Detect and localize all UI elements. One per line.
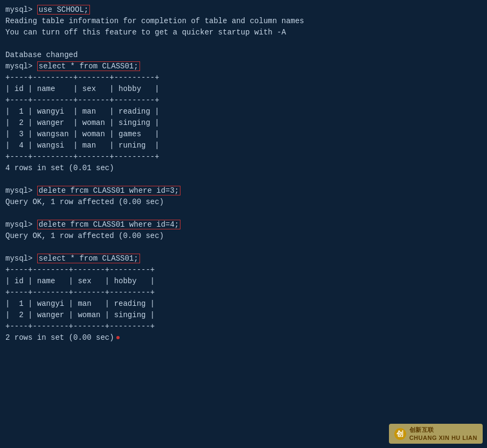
prompt-line: mysql> select * from CLASS01; (5, 253, 482, 264)
terminal-line: +----+---------+-------+---------+ (5, 95, 482, 106)
empty-line (5, 242, 482, 253)
prompt-label: mysql> (5, 5, 37, 14)
prompt-line: mysql> select * from CLASS01; (5, 61, 482, 72)
terminal-line: You can turn off this feature to get a q… (5, 27, 482, 38)
terminal-line: Query OK, 1 row affected (0.00 sec) (5, 197, 482, 208)
terminal-line: Query OK, 1 row affected (0.00 sec) (5, 230, 482, 242)
watermark-text: 创新互联 CHUANG XIN HU LIAN (409, 426, 477, 442)
terminal-line: +----+--------+-------+---------+ (5, 264, 482, 276)
terminal-line: +----+---------+-------+---------+ (5, 72, 482, 83)
terminal-line: Database changed (5, 50, 482, 61)
command-text: select * from CLASS01; (37, 61, 140, 71)
terminal-line: Reading table information for completion… (5, 16, 482, 27)
terminal-line: +----+--------+-------+---------+ (5, 321, 482, 332)
terminal-line: +----+--------+-------+---------+ (5, 287, 482, 298)
command-text: delete frcm CLASS01 where id=3; (37, 186, 180, 195)
prompt-line: mysql> delete frcm CLASS01 where id=3; (5, 185, 482, 197)
watermark-icon: 创 (394, 428, 406, 440)
terminal-line: | 3 | wangsan | woman | games | (5, 129, 482, 140)
terminal-line: | 1 | wangyi | man | reading | (5, 298, 482, 310)
terminal-line: 2 rows in set (0.00 sec) (5, 332, 482, 344)
terminal-line: | 2 | wanger | woman | singing | (5, 117, 482, 129)
prompt-line: mysql> use SCHOOL; (5, 4, 482, 16)
prompt-line: mysql> delete frcm CLASS01 where id=4; (5, 219, 482, 230)
prompt-label: mysql> (5, 62, 37, 71)
prompt-label: mysql> (5, 220, 37, 229)
watermark: 创 创新互联 CHUANG XIN HU LIAN (389, 424, 483, 444)
command-text: delete frcm CLASS01 where id=4; (37, 220, 180, 229)
empty-line (5, 174, 482, 185)
terminal-line: +----+---------+-------+---------+ (5, 151, 482, 163)
red-dot (116, 336, 120, 339)
terminal-line: | 4 | wangsi | man | runing | (5, 140, 482, 151)
terminal: mysql> use SCHOOL;Reading table informat… (0, 0, 487, 348)
command-text: select * from CLASS01; (37, 254, 140, 263)
terminal-line: | 1 | wangyi | man | reading | (5, 106, 482, 117)
terminal-line: | id | name | sex | hobby | (5, 83, 482, 95)
empty-line (5, 208, 482, 219)
empty-line (5, 38, 482, 50)
prompt-label: mysql> (5, 254, 37, 263)
terminal-line: 4 rows in set (0.01 sec) (5, 163, 482, 174)
terminal-line: | 2 | wanger | woman | singing | (5, 310, 482, 321)
prompt-label: mysql> (5, 186, 37, 195)
terminal-line: | id | name | sex | hobby | (5, 276, 482, 287)
command-text: use SCHOOL; (37, 5, 90, 15)
